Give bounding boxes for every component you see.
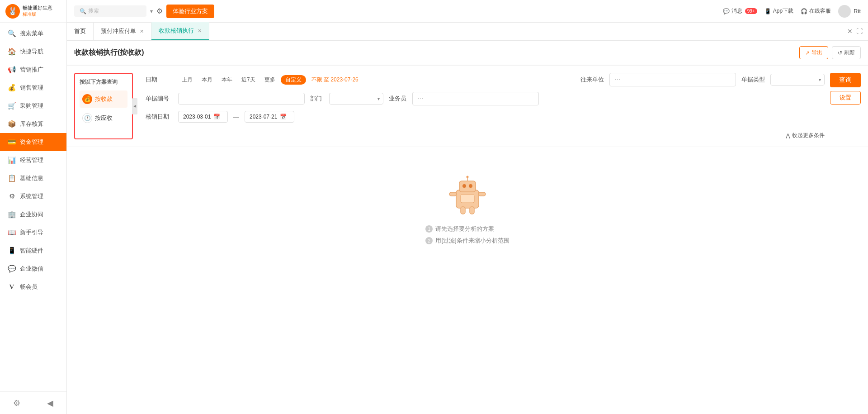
topbar-dropdown-icon[interactable]: ▾ [150,8,153,14]
msg-label: 消息 [731,7,742,15]
search-icon: 🔍 [80,8,86,14]
tab-receipt-verify-close[interactable]: ✕ [198,28,202,34]
sidebar-item-label: 系统管理 [20,192,43,200]
logo-sub: 标准版 [23,11,52,18]
refresh-button[interactable]: ↺ 刷新 [832,46,861,59]
tab-prepay-close[interactable]: ✕ [140,29,144,34]
sidebar-item-corp-collab[interactable]: 🏢 企业协同 [0,205,66,224]
sidebar-item-smart-hw[interactable]: 📱 智能硬件 [0,242,66,260]
sidebar-item-marketing[interactable]: 📢 营销推广 [0,61,66,79]
message-badge[interactable]: 💬 消息 99+ [723,7,757,15]
writeoff-date-end[interactable]: 2023-07-21 📅 [245,111,294,123]
right-filters: 日期 上月 本月 本年 近7天 更多 自定义 不限 至 2023-07-26 往… [138,73,825,139]
counterpart-input[interactable]: ··· [609,73,736,86]
sidebar-item-label: 搜索菜单 [20,29,43,38]
sidebar-menu: 🔍 搜索菜单 🏠 快捷导航 📢 营销推广 💰 销售管理 🛒 采购管理 📦 库存核… [0,23,66,391]
sidebar-item-guide[interactable]: 📖 新手引导 [0,224,66,242]
sidebar-item-label: 采购管理 [20,102,43,110]
inventory-icon: 📦 [7,119,16,128]
tip-num-2: 2 [425,237,433,244]
sidebar-item-purchase[interactable]: 🛒 采购管理 [0,97,66,115]
sidebar-item-system[interactable]: ⚙ 系统管理 [0,187,66,205]
sidebar-item-finance[interactable]: 💳 资金管理 [0,133,66,151]
by-receivable-label: 按应收 [95,114,113,122]
filter-area: 按以下方案查询 💰 按收款 🕐 按应收 ◀ 日期 [67,66,868,147]
sidebar-item-label: 基础信息 [20,174,43,182]
sidebar-item-label: 库存核算 [20,120,43,128]
page-actions: ↗ 导出 ↺ 刷新 [799,46,861,59]
svg-rect-6 [449,192,457,196]
tab-close-all-icon[interactable]: ✕ [847,28,853,35]
sidebar-item-sales[interactable]: 💰 销售管理 [0,79,66,97]
dept-label: 部门 [310,95,324,103]
bill-type-select[interactable] [770,74,825,86]
empty-illustration [445,174,490,219]
sidebar-item-business[interactable]: 📊 经营管理 [0,151,66,169]
empty-state: 1 请先选择要分析的方案 2 用[过滤]条件来缩小分析范围 [67,147,868,272]
user-info[interactable]: Rit [838,5,861,18]
date-tab-this-year[interactable]: 本年 [218,75,236,85]
date-tab-last-month[interactable]: 上月 [178,75,196,85]
sidebar-item-label: 企业微信 [20,265,43,273]
vip-icon: V [7,282,16,291]
panel-collapse-button[interactable]: ◀ [132,98,137,114]
guide-icon: 📖 [7,228,16,237]
industry-solution-button[interactable]: 体验行业方案 [166,5,214,18]
export-icon: ↗ [805,50,810,56]
sidebar-item-label: 智能硬件 [20,247,43,255]
sidebar-item-quick-nav[interactable]: 🏠 快捷导航 [0,43,66,61]
search-box[interactable]: 🔍 搜索 [74,5,146,17]
tip-num-1: 1 [425,225,433,233]
sidebar-settings-icon[interactable]: ⚙ [13,398,20,408]
tab-receipt-verify[interactable]: 收款核销执行 ✕ [151,22,209,40]
by-receipt-label: 按收款 [95,95,113,103]
user-avatar [838,5,851,18]
tab-home[interactable]: 首页 [67,22,94,40]
sidebar-item-search-menu[interactable]: 🔍 搜索菜单 [0,24,66,43]
svg-point-2 [462,184,466,188]
sidebar-item-label: 快捷导航 [20,48,43,56]
weixin-icon: 💬 [7,264,16,273]
tip-text-2: 用[过滤]条件来缩小分析范围 [435,237,509,245]
page-title: 收款核销执行(按收款) [74,48,144,57]
bill-type-label: 单据类型 [741,76,765,84]
sidebar-item-vip[interactable]: V 畅会员 [0,278,66,296]
date-separator: — [233,114,239,120]
online-service[interactable]: 🎧 在线客服 [801,7,831,15]
sidebar-item-inventory[interactable]: 📦 库存核算 [0,115,66,133]
query-button[interactable]: 查询 [830,73,861,87]
sidebar-item-label: 畅会员 [20,283,38,291]
option-by-receipt[interactable]: 💰 按收款 [80,90,127,108]
date-tab-this-month[interactable]: 本月 [198,75,216,85]
sales-icon: 💰 [7,83,16,92]
topbar-gear-icon[interactable]: ⚙ [156,7,163,15]
writeoff-date-label: 核销日期 [146,113,173,121]
filter-row-2: 单据编号 部门 ▾ 业务员 ··· [146,92,825,105]
query-scheme-panel: 按以下方案查询 💰 按收款 🕐 按应收 ◀ [74,73,133,139]
staff-input[interactable]: ··· [412,92,539,105]
app-download-icon: 📱 [764,8,771,14]
dept-select[interactable] [329,93,383,105]
sidebar-item-basic-info[interactable]: 📋 基础信息 [0,169,66,187]
app-download[interactable]: 📱 App下载 [764,7,793,15]
sidebar-collapse-icon[interactable]: ◀ [47,398,53,408]
topbar: 🔍 搜索 ▾ ⚙ 体验行业方案 💬 消息 99+ 📱 App下载 🎧 在线客服 [67,0,868,23]
export-button[interactable]: ↗ 导出 [799,46,828,59]
collapse-more-button[interactable]: ⋀ 收起更多条件 [146,128,825,139]
date-tab-custom[interactable]: 自定义 [281,75,306,85]
setting-button[interactable]: 设置 [830,91,861,105]
search-menu-icon: 🔍 [7,29,16,38]
tab-expand-icon[interactable]: ⛶ [856,28,863,35]
sidebar-item-weixin[interactable]: 💬 企业微信 [0,260,66,278]
date-tab-more[interactable]: 更多 [261,75,279,85]
counterpart-label: 往来单位 [580,76,604,84]
right-area: 日期 上月 本月 本年 近7天 更多 自定义 不限 至 2023-07-26 往… [138,73,861,139]
bill-num-input[interactable] [178,93,305,105]
writeoff-date-start[interactable]: 2023-03-01 📅 [178,111,228,123]
tab-prepay[interactable]: 预付冲应付单 ✕ [94,22,151,40]
date-tab-7days[interactable]: 近7天 [238,75,259,85]
user-name: Rit [854,8,861,14]
writeoff-end-value: 2023-07-21 [250,114,277,120]
option-by-receivable[interactable]: 🕐 按应收 [80,109,127,127]
bill-num-label: 单据编号 [146,95,173,103]
